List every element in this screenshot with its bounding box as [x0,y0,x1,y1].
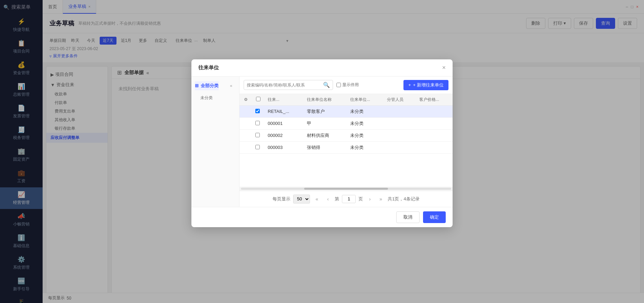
dialog-title: 往来单位 [198,65,219,71]
row-manager [384,105,415,117]
row-code: RETAIL_... [264,105,303,117]
row-settings [240,129,252,141]
counterparty-table: ⚙ 往来... 往来单位名称 往来单位... 分管人员 客户价格... [240,94,453,154]
page-suffix: 页 [358,196,363,202]
category-unclassified[interactable]: 未分类 [191,93,239,103]
data-table: ⚙ 往来... 往来单位名称 往来单位... 分管人员 客户价格... [240,94,453,187]
row-category: 未分类 [347,141,384,153]
col-price-header: 客户价格... [416,94,453,106]
col-settings[interactable]: ⚙ [240,94,252,106]
pagination: 每页显示 50 « ‹ 第 页 › » 共1页，4条记录 [240,191,453,207]
table-row[interactable]: 000001 甲 未分类 [240,117,453,129]
row-category: 未分类 [347,105,384,117]
row-settings [240,141,252,153]
scrollbar-thumb[interactable] [304,188,388,190]
row-name: 零散客户 [303,105,347,117]
row-name: 材料供应商 [303,129,347,141]
row-checkbox[interactable] [252,117,264,129]
table-row[interactable]: 000003 张销得 未分类 [240,141,453,153]
row-settings [240,105,252,117]
sidebar-collapse-btn[interactable]: « [226,82,236,90]
col-manager-header: 分管人员 [384,94,415,106]
row-manager [384,129,415,141]
confirm-button[interactable]: 确定 [423,211,446,223]
table-row[interactable]: RETAIL_... 零散客户 未分类 [240,105,453,117]
show-disabled-label: 显示停用 [342,82,359,88]
search-box[interactable]: 🔍 [244,80,333,90]
add-new-counterparty-button[interactable]: + + 新增往来单位 [403,80,448,90]
row-code: 000001 [264,117,303,129]
counterparty-dialog: 往来单位 × ⊞ 全部分类 « 未分类 🔍 [191,59,453,227]
row-manager [384,141,415,153]
category-all[interactable]: ⊞ 全部分类 [195,81,219,90]
col-category-header: 往来单位... [347,94,384,106]
prev-page-btn[interactable]: ‹ [324,195,332,203]
page-label: 第 [335,196,339,202]
row-price [416,141,453,153]
horizontal-scrollbar[interactable] [240,187,453,191]
row-code: 000002 [264,129,303,141]
row-name: 甲 [303,117,347,129]
cancel-button[interactable]: 取消 [396,211,420,223]
per-page-select[interactable]: 50 [293,195,310,203]
first-page-btn[interactable]: « [313,195,321,203]
dialog-close-button[interactable]: × [442,64,446,71]
show-disabled-checkbox[interactable]: 显示停用 [336,82,359,88]
row-manager [384,117,415,129]
col-checkbox-header[interactable] [252,94,264,106]
row-category: 未分类 [347,117,384,129]
dialog-main: 🔍 显示停用 + + 新增往来单位 ⚙ 往来 [240,77,453,207]
row-checkbox[interactable] [252,105,264,117]
row-code: 000003 [264,141,303,153]
search-icon: 🔍 [323,82,330,88]
dialog-header: 往来单位 × [191,59,453,77]
row-checkbox[interactable] [252,141,264,153]
col-code-header: 往来... [264,94,303,106]
row-price [416,105,453,117]
select-all-checkbox[interactable] [256,97,260,101]
disabled-checkbox[interactable] [336,83,341,87]
last-page-btn[interactable]: » [377,195,385,203]
next-page-btn[interactable]: › [366,195,374,203]
page-input[interactable] [342,195,356,203]
per-page-label: 每页显示 [273,196,290,202]
table-row[interactable]: 000002 材料供应商 未分类 [240,129,453,141]
search-input[interactable] [247,83,321,88]
dialog-body: ⊞ 全部分类 « 未分类 🔍 显示停用 + [191,77,453,207]
grid-small-icon: ⊞ [195,83,199,88]
row-name: 张销得 [303,141,347,153]
row-price [416,129,453,141]
dialog-toolbar: 🔍 显示停用 + + 新增往来单位 [240,77,453,94]
row-price [416,117,453,129]
dialog-footer: 取消 确定 [191,207,453,227]
dialog-sidebar: ⊞ 全部分类 « 未分类 [191,77,240,207]
scrollbar-track [241,188,451,190]
total-info: 共1页，4条记录 [388,196,419,202]
row-category: 未分类 [347,129,384,141]
col-name-header: 往来单位名称 [303,94,347,106]
row-checkbox[interactable] [252,129,264,141]
plus-icon: + [408,82,411,88]
row-settings [240,117,252,129]
